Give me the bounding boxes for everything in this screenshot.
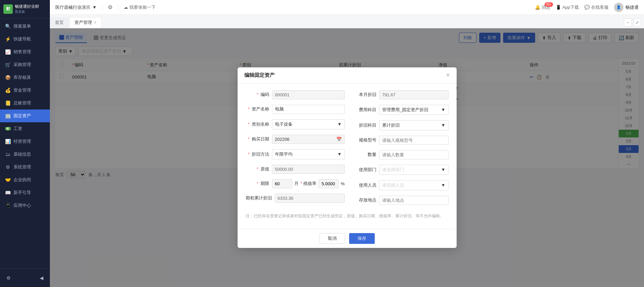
purchase-date-input[interactable]: 202206 📅: [272, 135, 345, 144]
sidebar-item-label: 企业协同: [13, 177, 31, 183]
sidebar-item-label: 工资: [13, 126, 22, 132]
logo-icon: 财: [3, 4, 13, 14]
dep-subject-select[interactable]: 累计折旧 ▼: [379, 120, 449, 130]
settings-gear-icon[interactable]: ⚙: [108, 4, 113, 10]
user-menu[interactable]: 👤 畅捷通: [614, 3, 639, 12]
tab-minimize-button[interactable]: −: [624, 19, 632, 27]
form-row-monthly-dep: 本月折旧: [353, 90, 449, 99]
category-select[interactable]: 电子设备 ▼: [272, 119, 345, 129]
modal-close-button[interactable]: ×: [446, 72, 450, 78]
notification-badge: 99+: [545, 2, 553, 7]
original-value-input[interactable]: [272, 165, 345, 174]
location-input[interactable]: [379, 196, 449, 205]
sidebar-item-label: 销售管理: [13, 49, 31, 55]
feedback-button[interactable]: ☁ 我要体验一下: [124, 4, 156, 10]
modal-footer: 取消 保存: [238, 229, 457, 248]
sidebar-item-ledger[interactable]: 📒 总账管理: [0, 97, 50, 109]
basic-info-icon: 🗂: [5, 151, 11, 157]
sidebar-item-app-center[interactable]: 📱 应用中心: [0, 199, 50, 212]
sidebar-item-payroll[interactable]: 💵 工资: [0, 122, 50, 135]
period-dep-input[interactable]: [275, 194, 345, 203]
collapse-icon: ◀: [38, 275, 44, 281]
quantity-label: 数量: [353, 152, 376, 158]
fixed-assets-icon: 🏢: [5, 113, 11, 119]
avatar: 👤: [614, 3, 623, 12]
form-row-period-dep: 期初累计折旧: [246, 194, 345, 203]
settings-icon: ⚙: [5, 275, 11, 281]
period-input[interactable]: [272, 179, 292, 188]
search-icon: 🔍: [5, 23, 11, 29]
settings-button[interactable]: ⚙: [4, 273, 13, 283]
dep-subject-value: 累计折旧: [382, 122, 400, 128]
expense-subject-select[interactable]: 管理费用_固定资产折旧 ▼: [379, 105, 449, 115]
download-icon: 📱: [556, 5, 561, 10]
monthly-dep-label: 本月折旧: [353, 92, 376, 98]
user-placeholder: 请选择人员: [382, 182, 404, 188]
system-icon: ⚙: [5, 164, 11, 170]
username-label: 畅捷通: [625, 4, 639, 10]
sidebar-item-search[interactable]: 🔍 搜索菜单: [0, 20, 50, 33]
dept-select[interactable]: 请选择部门 ▼: [379, 165, 449, 175]
sidebar-item-purchase[interactable]: 🛒 采购管理: [0, 58, 50, 71]
user-select[interactable]: 请选择人员 ▼: [379, 180, 449, 190]
purchase-date-value: 202206: [275, 137, 289, 142]
form-row-quantity: 数量: [353, 150, 449, 159]
quantity-input[interactable]: [379, 150, 449, 159]
residual-rate-unit: %: [341, 181, 345, 186]
dept-placeholder: 请选择部门: [382, 167, 404, 173]
tab-asset-management[interactable]: 资产管理 ×: [69, 17, 101, 28]
user-chevron-icon: ▼: [441, 183, 446, 188]
form-row-original-value: * 原值: [246, 165, 345, 174]
notifications-button[interactable]: 🔔 消息 99+: [535, 4, 550, 10]
bell-icon: 🔔: [535, 5, 540, 10]
form-row-user: 使用人员 请选择人员 ▼: [353, 180, 449, 190]
company-selector[interactable]: 医疗器械行业演示 ▼: [55, 4, 97, 10]
sidebar-item-operations[interactable]: 📊 经营管理: [0, 135, 50, 148]
save-button[interactable]: 保存: [349, 233, 375, 244]
sidebar-item-enterprise[interactable]: 🤝 企业协同: [0, 173, 50, 186]
monthly-dep-input[interactable]: [379, 90, 449, 99]
asset-name-input[interactable]: [272, 105, 345, 114]
form-row-code: * 编码: [246, 90, 345, 99]
app-edition: 普及版: [15, 9, 39, 14]
dep-subject-chevron-icon: ▼: [441, 123, 446, 128]
residual-rate-input[interactable]: [318, 179, 339, 188]
sidebar-item-label: 搜索菜单: [13, 23, 31, 29]
dept-label: 使用部门: [353, 167, 376, 173]
sidebar-item-sales[interactable]: 📈 销售管理: [0, 45, 50, 58]
dept-chevron-icon: ▼: [441, 167, 446, 172]
cancel-button[interactable]: 取消: [319, 233, 345, 244]
dep-method-label: * 折旧方法: [246, 151, 269, 157]
sidebar-item-guide[interactable]: 📖 新手引导: [0, 186, 50, 199]
app-download-button[interactable]: 📱 App下载: [556, 4, 579, 10]
category-chevron-icon: ▼: [337, 122, 342, 127]
tab-close-icon[interactable]: ×: [94, 20, 96, 25]
edit-asset-modal: 编辑固定资产 × * 编码: [238, 67, 457, 248]
sidebar-item-label: 系统管理: [13, 164, 31, 170]
tab-controls: − ⤢: [621, 17, 644, 28]
sidebar-item-system[interactable]: ⚙ 系统管理: [0, 161, 50, 173]
sidebar-item-label: 总账管理: [13, 100, 31, 106]
sidebar-item-quick-nav[interactable]: ⚡ 快捷导航: [0, 33, 50, 45]
sidebar-item-label: 新手引导: [13, 190, 31, 196]
sidebar-item-inventory[interactable]: 📦 库存核算: [0, 71, 50, 84]
tab-maximize-button[interactable]: ⤢: [633, 19, 641, 27]
collapse-sidebar-button[interactable]: ◀: [37, 273, 46, 283]
sidebar-item-basic-info[interactable]: 🗂 基础信息: [0, 148, 50, 161]
code-input[interactable]: [272, 90, 345, 99]
sidebar-item-fixed-assets[interactable]: 🏢 固定资产: [0, 109, 50, 122]
sidebar-item-finance[interactable]: 💰 资金管理: [0, 84, 50, 97]
online-support-button[interactable]: 💬 在线客服: [584, 4, 609, 10]
feedback-icon: ☁: [124, 5, 128, 10]
spec-input[interactable]: [379, 136, 449, 145]
sidebar-item-label: 基础信息: [13, 151, 31, 157]
tab-home[interactable]: 首页: [50, 17, 69, 28]
quick-nav-icon: ⚡: [5, 36, 11, 42]
company-name: 医疗器械行业演示: [55, 4, 90, 10]
dep-method-select[interactable]: 年限平均 ▼: [272, 149, 345, 159]
form-row-category: * 类别名称 电子设备 ▼: [246, 119, 345, 129]
category-select-value: 电子设备: [275, 121, 293, 127]
dep-subject-label: 折旧科目: [353, 122, 376, 128]
header-divider-1: [102, 4, 102, 11]
sidebar-item-label: 固定资产: [13, 113, 31, 119]
